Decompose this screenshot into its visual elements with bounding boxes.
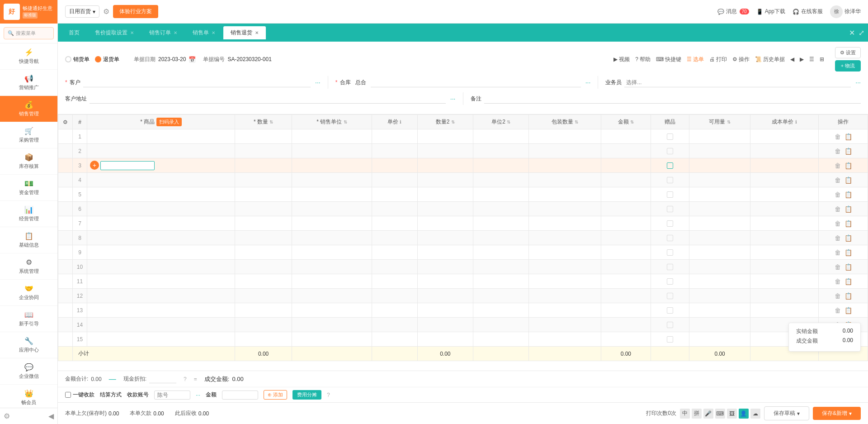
tab-close-sales-order[interactable]: ✕ bbox=[174, 30, 177, 35]
copy-row-button[interactable]: 📋 bbox=[844, 307, 852, 314]
shortcut-button[interactable]: ⌨ 快捷键 bbox=[656, 56, 681, 63]
delete-row-button[interactable]: 🗑 bbox=[835, 292, 841, 300]
footer-icon-3[interactable]: 🎤 bbox=[703, 409, 713, 419]
row-qty-cell[interactable] bbox=[235, 303, 292, 318]
remark-input[interactable] bbox=[484, 94, 861, 104]
view-toggle-list[interactable]: ☰ bbox=[809, 56, 814, 62]
row-qty2-cell[interactable] bbox=[417, 187, 473, 202]
radio-return[interactable]: 退货单 bbox=[95, 56, 119, 63]
available-sort-icon[interactable]: ⇅ bbox=[727, 119, 731, 124]
row-unit-cell[interactable] bbox=[292, 187, 372, 202]
footer-icon-7[interactable]: ☁ bbox=[750, 409, 760, 419]
row-price-cell[interactable] bbox=[372, 318, 417, 332]
row-unit2-cell[interactable] bbox=[473, 144, 529, 158]
row-product-cell[interactable] bbox=[87, 260, 235, 274]
row-unit2-cell[interactable] bbox=[473, 129, 529, 144]
row-product-cell[interactable] bbox=[87, 129, 235, 144]
cash-discount-input[interactable] bbox=[149, 375, 176, 383]
row-pack-qty-cell[interactable] bbox=[529, 303, 601, 318]
gift-checkbox[interactable] bbox=[667, 264, 673, 270]
delete-row-button[interactable]: 🗑 bbox=[835, 191, 841, 198]
row-gift-cell[interactable] bbox=[651, 318, 689, 332]
prev-doc-button[interactable]: ◀ bbox=[790, 56, 794, 62]
tab-price-settings[interactable]: 售价提取设置 ✕ bbox=[88, 26, 141, 39]
row-qty2-cell[interactable] bbox=[417, 129, 473, 144]
logistics-button[interactable]: + 物流 bbox=[835, 60, 861, 71]
row-qty2-cell[interactable] bbox=[417, 158, 473, 173]
gift-checkbox[interactable] bbox=[667, 278, 673, 285]
cost-info-icon[interactable]: ℹ bbox=[795, 119, 797, 124]
save-new-button[interactable]: 保存&新增 ▾ bbox=[813, 407, 861, 420]
row-pack-qty-cell[interactable] bbox=[529, 245, 601, 260]
row-qty2-cell[interactable] bbox=[417, 245, 473, 260]
copy-row-button[interactable]: 📋 bbox=[844, 278, 852, 285]
row-available-cell[interactable] bbox=[689, 202, 750, 216]
row-amount-cell[interactable] bbox=[601, 245, 651, 260]
row-amount-cell[interactable] bbox=[601, 129, 651, 144]
row-product-cell[interactable] bbox=[87, 289, 235, 303]
row-available-cell[interactable] bbox=[689, 245, 750, 260]
sidebar-item-weixin[interactable]: 💬 企业微信 bbox=[0, 358, 57, 385]
one-click-payment-check[interactable]: 一键收款 bbox=[65, 391, 94, 399]
delete-row-button[interactable]: 🗑 bbox=[835, 148, 841, 155]
row-amount-cell[interactable] bbox=[601, 332, 651, 347]
row-amount-cell[interactable] bbox=[601, 289, 651, 303]
row-gift-cell[interactable] bbox=[651, 260, 689, 274]
row-amount-cell[interactable] bbox=[601, 202, 651, 216]
help-circle-icon[interactable]: ? bbox=[184, 376, 187, 382]
row-available-cell[interactable] bbox=[689, 173, 750, 187]
sidebar-item-basics[interactable]: 📋 基础信息 bbox=[0, 227, 57, 253]
row-available-cell[interactable] bbox=[689, 274, 750, 289]
row-available-cell[interactable] bbox=[689, 231, 750, 245]
th-settings[interactable]: ⚙ bbox=[58, 115, 73, 129]
row-amount-cell[interactable] bbox=[601, 158, 651, 173]
row-unit2-cell[interactable] bbox=[473, 318, 529, 332]
gift-checkbox[interactable] bbox=[667, 162, 673, 169]
help-button[interactable]: ? 帮助 bbox=[635, 56, 651, 63]
footer-icon-6[interactable]: 👤 bbox=[739, 409, 749, 419]
qty2-sort-icon[interactable]: ⇅ bbox=[451, 119, 455, 124]
row-unit-cell[interactable] bbox=[292, 129, 372, 144]
row-qty2-cell[interactable] bbox=[417, 318, 473, 332]
row-price-cell[interactable] bbox=[372, 245, 417, 260]
row-unit-cell[interactable] bbox=[292, 289, 372, 303]
row-pack-qty-cell[interactable] bbox=[529, 274, 601, 289]
sidebar-item-purchase[interactable]: 🛒 采购管理 bbox=[0, 122, 57, 148]
row-qty-cell[interactable] bbox=[235, 129, 292, 144]
unit-sort-icon[interactable]: ⇅ bbox=[344, 119, 347, 124]
row-pack-qty-cell[interactable] bbox=[529, 231, 601, 245]
topbar-settings-button[interactable]: ⚙ bbox=[103, 7, 109, 16]
row-qty-cell[interactable] bbox=[235, 318, 292, 332]
row-cost-price-cell[interactable] bbox=[750, 129, 818, 144]
row-unit-cell[interactable] bbox=[292, 260, 372, 274]
sidebar-item-system[interactable]: ⚙ 系统管理 bbox=[0, 253, 57, 280]
close-all-tabs-button[interactable]: ✕ bbox=[849, 29, 855, 37]
scan-input-button[interactable]: 扫码录入 bbox=[156, 118, 182, 126]
row-unit-cell[interactable] bbox=[292, 274, 372, 289]
row-gift-cell[interactable] bbox=[651, 187, 689, 202]
delete-row-button[interactable]: 🗑 bbox=[835, 234, 841, 242]
date-picker-button[interactable]: 📅 bbox=[189, 56, 196, 63]
gift-checkbox[interactable] bbox=[667, 336, 673, 343]
row-gift-cell[interactable] bbox=[651, 231, 689, 245]
row-pack-qty-cell[interactable] bbox=[529, 173, 601, 187]
row-pack-qty-cell[interactable] bbox=[529, 260, 601, 274]
row-qty-cell[interactable] bbox=[235, 260, 292, 274]
copy-row-button[interactable]: 📋 bbox=[844, 263, 852, 271]
row-unit2-cell[interactable] bbox=[473, 332, 529, 347]
row-gift-cell[interactable] bbox=[651, 158, 689, 173]
view-toggle-grid[interactable]: ⊞ bbox=[820, 56, 824, 62]
row-unit2-cell[interactable] bbox=[473, 202, 529, 216]
row-unit2-cell[interactable] bbox=[473, 187, 529, 202]
row-amount-cell[interactable] bbox=[601, 144, 651, 158]
row-unit-cell[interactable] bbox=[292, 144, 372, 158]
row-qty2-cell[interactable] bbox=[417, 289, 473, 303]
row-qty2-cell[interactable] bbox=[417, 231, 473, 245]
row-unit-cell[interactable] bbox=[292, 231, 372, 245]
select-button[interactable]: ☰ 选单 bbox=[687, 56, 704, 63]
row-price-cell[interactable] bbox=[372, 129, 417, 144]
footer-icon-2[interactable]: 拼 bbox=[692, 409, 702, 419]
row-qty2-cell[interactable] bbox=[417, 260, 473, 274]
product-input[interactable] bbox=[100, 161, 155, 170]
row-qty2-cell[interactable] bbox=[417, 173, 473, 187]
